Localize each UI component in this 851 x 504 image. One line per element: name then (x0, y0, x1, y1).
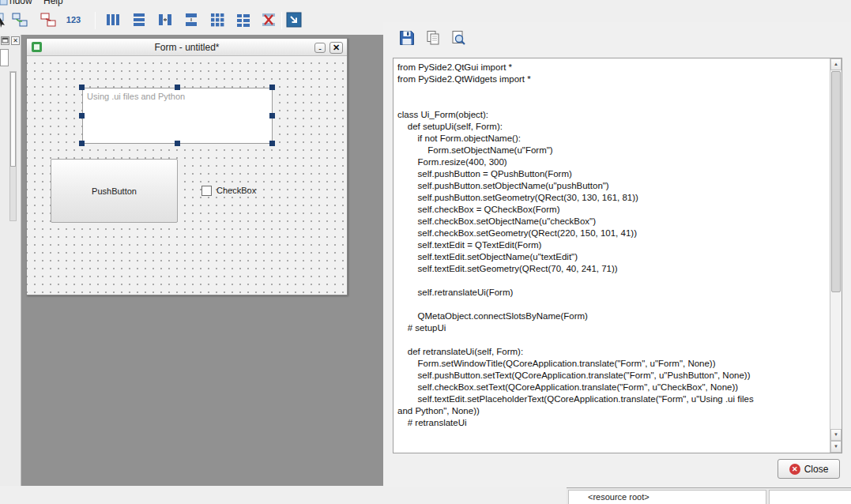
checkbox-widget[interactable]: CheckBox (201, 175, 281, 207)
code-view: from PySide2.QtGui import * from PySide2… (393, 58, 842, 453)
selection-handle-top-left[interactable] (79, 85, 85, 90)
toolbar-separator (281, 12, 282, 29)
checkbox-label: CheckBox (217, 175, 256, 207)
form-window-title: Form - untitled* (154, 42, 219, 53)
menu-help[interactable]: Help (43, 0, 63, 6)
selection-handle-top-right[interactable] (269, 85, 275, 90)
find-icon (450, 29, 467, 47)
checkbox-indicator[interactable] (201, 186, 212, 196)
main-toolbar: 123 (0, 7, 383, 35)
textedit-placeholder: Using .ui files and Python (83, 88, 272, 104)
layout-grid-icon (209, 11, 226, 28)
designer-form-window: Form - untitled* - ✕ Using .ui files and… (26, 38, 348, 295)
layout-splitter-horizontal-icon (156, 11, 174, 28)
layout-form-button[interactable] (234, 10, 253, 29)
close-icon: ✕ (789, 464, 800, 475)
toolbar-separator (95, 12, 96, 29)
dock-float-button[interactable] (1, 36, 9, 45)
adjust-size-button[interactable] (284, 10, 303, 29)
widget-box-scrollbar[interactable] (9, 71, 17, 221)
menu-partial-icon (0, 0, 8, 6)
edit-signals-slots-button[interactable] (10, 10, 29, 29)
code-scrollbar[interactable]: ▲ ▼ ▼ (830, 58, 842, 453)
edit-signals-slots-icon (11, 11, 28, 28)
form-window-icon (32, 42, 42, 52)
pushbutton-widget[interactable]: PushButton (51, 159, 178, 223)
edit-widgets-button[interactable] (0, 10, 9, 29)
selection-handle-bottom-left[interactable] (79, 141, 85, 146)
edit-widgets-icon (0, 11, 9, 28)
close-button-label: Close (804, 464, 829, 475)
selection-handle-mid-right[interactable] (269, 113, 275, 118)
edit-buddies-button[interactable] (39, 10, 58, 29)
dock-float-icon (2, 37, 9, 44)
form-canvas[interactable]: Using .ui files and Python PushButton Ch… (27, 56, 347, 295)
layout-grid-button[interactable] (208, 10, 227, 29)
menu-window[interactable]: ndow (9, 0, 32, 6)
layout-splitter-vertical-button[interactable] (182, 10, 201, 29)
resource-browser-panel: <resource root> (567, 487, 851, 504)
edit-buddies-icon (40, 11, 57, 28)
scroll-down-button[interactable]: ▼ (830, 441, 842, 453)
layout-horizontal-button[interactable] (104, 10, 122, 29)
layout-splitter-vertical-icon (183, 11, 200, 28)
selection-handle-bottom-mid[interactable] (175, 141, 180, 146)
break-layout-button[interactable] (259, 10, 278, 29)
scroll-up-button[interactable]: ▲ (830, 58, 842, 70)
selection-handle-mid-left[interactable] (79, 113, 85, 118)
widget-filter-input[interactable] (0, 49, 9, 66)
scroll-down-button-secondary[interactable]: ▼ (830, 429, 842, 441)
form-window-titlebar[interactable]: Form - untitled* - ✕ (27, 39, 347, 56)
layout-horizontal-icon (104, 11, 122, 28)
find-button[interactable] (449, 28, 468, 47)
layout-splitter-horizontal-button[interactable] (156, 10, 175, 29)
code-preview-dialog: from PySide2.QtGui import * from PySide2… (383, 22, 851, 487)
form-close-button[interactable]: ✕ (329, 42, 343, 54)
menubar: ndow Help (0, 0, 851, 7)
copy-icon (424, 29, 442, 47)
copy-button[interactable] (424, 28, 442, 47)
layout-form-icon (235, 11, 252, 28)
generated-python-code: from PySide2.QtGui import * from PySide2… (393, 58, 830, 453)
form-minimize-button[interactable]: - (314, 43, 326, 53)
pushbutton-label: PushButton (92, 186, 137, 196)
layout-vertical-icon (130, 11, 148, 28)
adjust-size-icon (285, 11, 303, 28)
tab-order-icon: 123 (66, 15, 81, 24)
selection-handle-top-mid[interactable] (175, 85, 180, 90)
save-button[interactable] (397, 28, 416, 47)
selection-handle-bottom-right[interactable] (269, 141, 275, 146)
break-layout-icon (260, 11, 277, 28)
widget-box-dock: ✕ (0, 35, 21, 486)
close-button[interactable]: ✕ Close (778, 459, 840, 479)
resource-header-cell (769, 490, 851, 504)
layout-vertical-button[interactable] (130, 10, 149, 29)
tab-order-button[interactable]: 123 (64, 10, 83, 29)
widget-box-scroll-thumb[interactable] (10, 72, 16, 167)
dock-close-button[interactable]: ✕ (11, 36, 20, 45)
save-icon (398, 29, 416, 47)
textedit-widget[interactable]: Using .ui files and Python (82, 88, 273, 144)
code-scroll-thumb[interactable] (831, 71, 841, 292)
resource-root-header[interactable]: <resource root> (568, 490, 766, 504)
